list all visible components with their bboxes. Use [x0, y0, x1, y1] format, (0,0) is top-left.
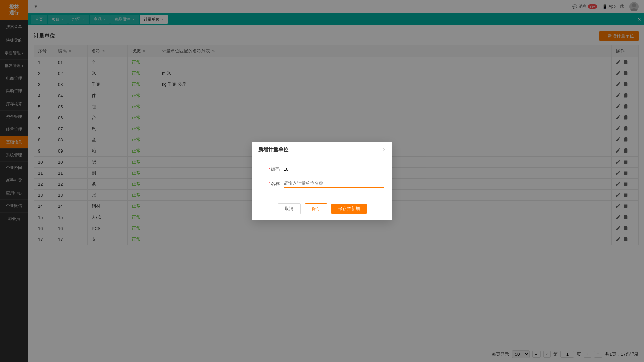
modal-title: 新增计量单位: [258, 146, 288, 153]
cancel-button[interactable]: 取消: [278, 203, 301, 214]
name-input[interactable]: [284, 179, 384, 188]
modal-footer: 取消 保存 保存并新增: [252, 199, 392, 220]
modal-close-button[interactable]: ×: [383, 147, 386, 153]
name-label: *名称: [260, 181, 280, 187]
add-unit-modal: 新增计量单位 × *编码 *名称 取消 保存 保存并新增: [252, 142, 392, 220]
modal-body: *编码 *名称: [252, 157, 392, 199]
modal-header: 新增计量单位 ×: [252, 142, 392, 157]
name-required-mark: *: [269, 181, 270, 186]
code-required-mark: *: [269, 167, 270, 172]
save-and-new-button[interactable]: 保存并新增: [331, 204, 367, 214]
modal-overlay[interactable]: 新增计量单位 × *编码 *名称 取消 保存 保存并新增: [0, 0, 644, 362]
form-row-code: *编码: [260, 165, 384, 173]
code-label: *编码: [260, 166, 280, 172]
form-row-name: *名称: [260, 179, 384, 188]
code-input[interactable]: [284, 165, 384, 173]
save-button[interactable]: 保存: [305, 203, 327, 214]
